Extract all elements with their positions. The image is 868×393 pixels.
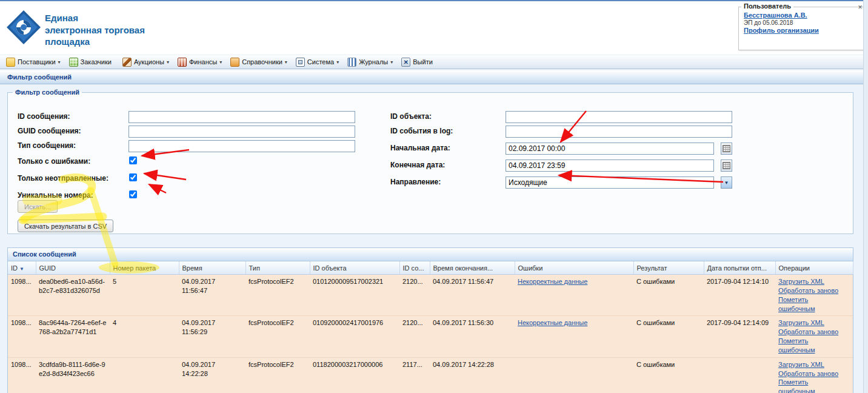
cell-operations: Загрузить XML Обработать заново Пометить… — [775, 316, 853, 357]
main-menu: Поставщики ▾ Заказчики Аукционы ▾ Финанс… — [0, 55, 868, 69]
col-header-object-id[interactable]: ID объекта — [310, 261, 399, 275]
object-id-label: ID объекта: — [390, 112, 432, 121]
table-row: 1098... 8ac9644a-7264-e6ef-e768-a2b2a774… — [8, 316, 853, 357]
end-date-label: Конечная дата: — [390, 161, 445, 169]
reprocess-link[interactable]: Обработать заново — [778, 286, 842, 295]
cell-end-time: 04.09.2017 11:56:30 — [430, 316, 515, 357]
cert-validity-label: ЭП до 05.06.2018 — [744, 19, 859, 26]
col-header-operations[interactable]: Операции — [775, 261, 853, 275]
log-event-id-input[interactable] — [506, 126, 732, 138]
cell-time: 04.09.2017 11:56:29 — [179, 316, 245, 357]
suppliers-icon — [6, 58, 15, 67]
cell-errors: Некорректные данные — [515, 316, 633, 357]
col-header-package[interactable]: Номер пакета — [110, 261, 179, 275]
start-date-field — [506, 143, 732, 155]
direction-value[interactable] — [506, 176, 714, 189]
cell-end-time: 04.09.2017 11:56:47 — [430, 275, 515, 316]
col-label: Операции — [779, 264, 810, 272]
col-header-id[interactable]: ID ▼ — [8, 261, 36, 275]
col-label: Время — [182, 264, 202, 272]
start-date-input[interactable] — [506, 143, 714, 155]
col-label: ID со... — [403, 264, 424, 272]
menu-label: Аукционы — [134, 58, 164, 66]
col-label: Дата попытки отп... — [707, 264, 767, 272]
object-id-input[interactable] — [506, 111, 732, 123]
cell-attempt-date: 2017-09-04 12:14:09 — [704, 316, 775, 357]
menu-item-finance[interactable]: Финансы ▾ — [178, 58, 222, 67]
reprocess-link[interactable]: Обработать заново — [778, 328, 842, 337]
end-date-field — [506, 160, 732, 172]
cell-package — [110, 357, 179, 393]
load-xml-link[interactable]: Загрузить XML — [778, 360, 842, 369]
download-csv-button[interactable]: Скачать результаты в CSV — [18, 220, 113, 232]
journals-icon — [347, 58, 356, 67]
cell-errors — [515, 357, 633, 393]
cell-object-id: 0109200002417001976 — [310, 316, 399, 357]
mark-erroneous-link[interactable]: Пометить ошибочным — [778, 378, 842, 393]
message-type-input[interactable] — [129, 140, 355, 152]
calendar-icon — [723, 145, 730, 152]
chevron-down-icon: ▾ — [167, 59, 169, 65]
menu-item-customers[interactable]: Заказчики — [69, 58, 114, 67]
mark-erroneous-link[interactable]: Пометить ошибочным — [778, 295, 842, 314]
cell-type: fcsProtocolEF2 — [245, 357, 310, 393]
unsent-only-label: Только неотправленные: — [18, 174, 109, 183]
col-header-type[interactable]: Тип — [245, 261, 310, 275]
chevron-down-icon: ▾ — [390, 59, 393, 65]
menu-item-system[interactable]: Система ▾ — [296, 58, 339, 67]
log-event-id-label: ID события в log: — [390, 127, 453, 135]
cell-operations: Загрузить XML Обработать заново Пометить… — [775, 275, 853, 316]
chevron-down-icon: ▾ — [285, 59, 287, 65]
mark-erroneous-link[interactable]: Пометить ошибочным — [778, 337, 842, 355]
cell-errors: Некорректные данные — [515, 275, 633, 316]
menu-label: Журналы — [359, 58, 388, 66]
search-button[interactable]: Искать... — [18, 200, 58, 213]
direction-label: Направление: — [390, 178, 441, 186]
filter-legend: Фильтр сообщений — [13, 89, 82, 96]
cell-time: 04.09.2017 11:56:47 — [179, 275, 245, 316]
col-header-guid[interactable]: GUID — [36, 261, 110, 275]
user-name-link[interactable]: Бесстрашнова А.В. — [744, 12, 859, 19]
start-date-calendar-button[interactable] — [721, 143, 732, 155]
col-label: Тип — [249, 264, 260, 272]
menu-item-journals[interactable]: Журналы ▾ — [347, 58, 393, 67]
col-header-event-id[interactable]: ID со... — [399, 261, 430, 275]
cell-id: 1098... — [8, 357, 36, 393]
menu-item-exit[interactable]: ✕ Выйти — [401, 58, 435, 67]
col-label: ID объекта — [313, 264, 347, 272]
col-header-end-time[interactable]: Время окончания... — [430, 261, 515, 275]
table-row: 1098... dea0bed6-ea10-a56d-b2c7-e831d326… — [8, 275, 853, 316]
calendar-icon — [723, 162, 730, 169]
col-header-errors[interactable]: Ошибки — [515, 261, 633, 275]
chevron-down-icon: ▾ — [336, 59, 339, 65]
menu-item-reference[interactable]: Справочники ▾ — [230, 58, 287, 67]
errors-only-checkbox[interactable] — [129, 156, 137, 164]
unique-numbers-checkbox[interactable] — [129, 190, 137, 198]
message-guid-input[interactable] — [129, 126, 355, 138]
scrollbar[interactable] — [863, 0, 868, 393]
col-header-time[interactable]: Время — [179, 261, 245, 275]
col-label: Ошибки — [518, 264, 543, 272]
system-icon — [296, 58, 305, 67]
dropdown-button[interactable]: ▼ — [721, 176, 732, 189]
col-header-attempt-date[interactable]: Дата попытки отп... — [704, 261, 775, 275]
menu-item-auctions[interactable]: Аукционы ▾ — [122, 58, 169, 67]
unsent-only-checkbox[interactable] — [129, 173, 137, 181]
col-label: ID — [11, 264, 18, 272]
direction-select[interactable]: ▼ — [506, 176, 732, 189]
error-details-link[interactable]: Некорректные данные — [518, 278, 587, 285]
end-date-input[interactable] — [506, 160, 714, 172]
load-xml-link[interactable]: Загрузить XML — [778, 318, 842, 328]
filter-panel: Фильтр сообщений ID сообщения: GUID сооб… — [7, 89, 853, 234]
end-date-calendar-button[interactable] — [721, 160, 732, 172]
load-xml-link[interactable]: Загрузить XML — [778, 277, 842, 286]
table-row: 1098... 3cdfda9b-8111-6d6e-9e2d-8d34f423… — [8, 357, 853, 393]
org-profile-link[interactable]: Профиль организации — [744, 27, 859, 34]
reprocess-link[interactable]: Обработать заново — [778, 369, 842, 378]
message-id-input[interactable] — [129, 111, 355, 123]
col-label: Номер пакета — [113, 264, 156, 272]
error-details-link[interactable]: Некорректные данные — [518, 319, 587, 326]
menu-item-suppliers[interactable]: Поставщики ▾ — [6, 58, 61, 67]
menu-label: Справочники — [242, 58, 282, 66]
col-header-result[interactable]: Результат — [633, 261, 704, 275]
